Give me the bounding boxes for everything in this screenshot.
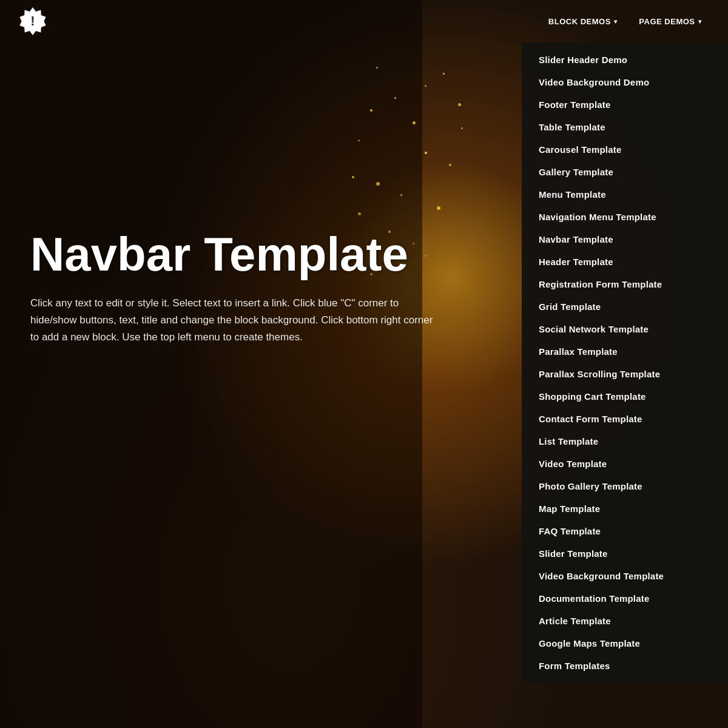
- particle: [400, 194, 402, 196]
- hero-content: Navbar Template Click any text to edit o…: [30, 231, 443, 346]
- block-demos-label: BLOCK DEMOS: [548, 17, 611, 26]
- dropdown-item[interactable]: Slider Header Demo: [522, 49, 728, 71]
- dropdown-item[interactable]: Video Template: [522, 453, 728, 475]
- navbar: ! BLOCK DEMOS ▾ PAGE DEMOS ▾: [0, 0, 728, 42]
- particle: [437, 206, 440, 210]
- dropdown-item[interactable]: Shopping Cart Template: [522, 385, 728, 408]
- dropdown-item[interactable]: Map Template: [522, 497, 728, 520]
- block-demos-arrow-icon: ▾: [614, 18, 618, 25]
- dropdown-item[interactable]: Video Background Demo: [522, 71, 728, 93]
- particle: [376, 67, 378, 69]
- dropdown-item[interactable]: Navbar Template: [522, 228, 728, 251]
- dropdown-item[interactable]: Article Template: [522, 610, 728, 632]
- particle: [458, 103, 461, 106]
- dropdown-item[interactable]: Carousel Template: [522, 138, 728, 161]
- particle: [352, 176, 354, 178]
- dropdown-item[interactable]: Registration Form Template: [522, 273, 728, 295]
- dropdown-item[interactable]: Contact Form Template: [522, 408, 728, 430]
- navbar-right: BLOCK DEMOS ▾ PAGE DEMOS ▾: [540, 12, 710, 31]
- dropdown-item[interactable]: FAQ Template: [522, 520, 728, 542]
- page-demos-button[interactable]: PAGE DEMOS ▾: [630, 12, 710, 31]
- hero-title[interactable]: Navbar Template: [30, 231, 443, 278]
- particle: [358, 140, 360, 141]
- logo-symbol: !: [30, 13, 35, 29]
- particle: [394, 97, 396, 99]
- particle: [443, 73, 445, 75]
- dropdown-item[interactable]: Navigation Menu Template: [522, 206, 728, 228]
- dropdown-item[interactable]: Form Templates: [522, 655, 728, 677]
- dropdown-item[interactable]: Documentation Template: [522, 587, 728, 610]
- dropdown-item[interactable]: Footer Template: [522, 93, 728, 116]
- page-demos-label: PAGE DEMOS: [639, 17, 695, 26]
- particle: [358, 212, 361, 215]
- dropdown-item[interactable]: Slider Template: [522, 542, 728, 565]
- particle: [449, 164, 451, 166]
- hero-description[interactable]: Click any text to edit or style it. Sele…: [30, 295, 443, 346]
- dropdown-item[interactable]: Gallery Template: [522, 161, 728, 183]
- dropdown-item[interactable]: Video Background Template: [522, 565, 728, 587]
- dropdown-item[interactable]: Parallax Scrolling Template: [522, 363, 728, 385]
- particle: [413, 121, 416, 124]
- dark-overlay: [0, 0, 422, 728]
- dropdown-item[interactable]: List Template: [522, 430, 728, 453]
- dropdown-item[interactable]: Grid Template: [522, 295, 728, 318]
- dropdown-menu: Slider Header Demo Video Background Demo…: [522, 42, 728, 683]
- particle: [425, 152, 427, 154]
- dropdown-item[interactable]: Parallax Template: [522, 340, 728, 363]
- dropdown-item[interactable]: Social Network Template: [522, 318, 728, 340]
- particle: [370, 109, 372, 112]
- particle: [461, 127, 463, 129]
- logo-badge: !: [19, 7, 47, 35]
- dropdown-item[interactable]: Table Template: [522, 116, 728, 138]
- dropdown-item[interactable]: Google Maps Template: [522, 632, 728, 655]
- logo[interactable]: !: [18, 7, 47, 36]
- dropdown-item[interactable]: Header Template: [522, 251, 728, 273]
- page-demos-arrow-icon: ▾: [698, 18, 702, 25]
- particle: [425, 85, 426, 87]
- dropdown-item[interactable]: Photo Gallery Template: [522, 475, 728, 497]
- particle: [376, 182, 380, 186]
- block-demos-button[interactable]: BLOCK DEMOS ▾: [540, 12, 626, 31]
- dropdown-item[interactable]: Menu Template: [522, 183, 728, 206]
